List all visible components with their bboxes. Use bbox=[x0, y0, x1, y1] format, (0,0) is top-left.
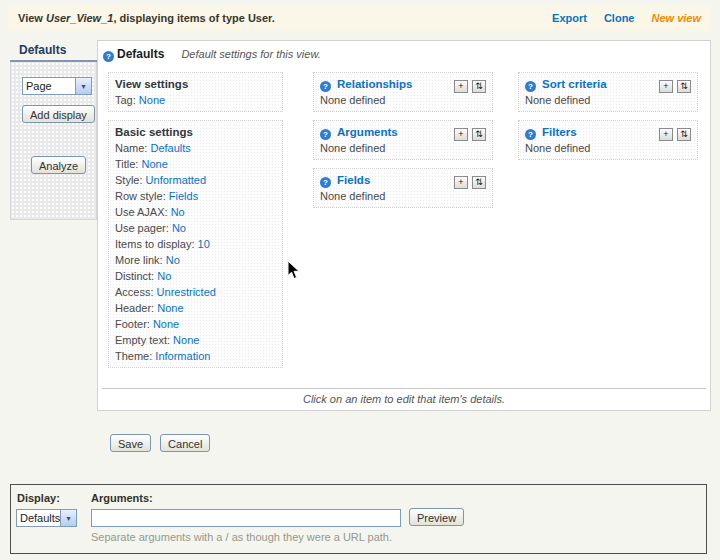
view-settings-box: View settings Tag: None bbox=[108, 72, 283, 112]
setting-label: More link: bbox=[115, 254, 166, 266]
mouse-cursor bbox=[287, 260, 300, 280]
setting-value-link[interactable]: None bbox=[139, 94, 165, 106]
box-actions: + ⇅ bbox=[658, 77, 691, 93]
page-title: View User_View_1, displaying items of ty… bbox=[18, 12, 275, 24]
rearrange-icon[interactable]: ⇅ bbox=[472, 80, 486, 93]
setting-value-link[interactable]: No bbox=[157, 270, 171, 282]
setting-row: Use AJAX: No bbox=[115, 204, 276, 220]
setting-label: Use AJAX: bbox=[115, 206, 171, 218]
relationships-title-link[interactable]: Relationships bbox=[337, 78, 412, 90]
preview-display-select[interactable]: Defaults ▾ bbox=[16, 509, 77, 527]
setting-row: Name: Defaults bbox=[115, 140, 276, 156]
display-sidebar: Defaults Page ▾ Add display Analyze bbox=[10, 40, 97, 220]
column-2: + ⇅ ? Relationships None defined + ⇅ ? A… bbox=[313, 72, 493, 216]
setting-label: Items to display: bbox=[115, 238, 198, 250]
filters-title-link[interactable]: Filters bbox=[542, 126, 577, 138]
export-link[interactable]: Export bbox=[552, 12, 587, 24]
box-actions: + ⇅ bbox=[453, 125, 486, 141]
tab-defaults[interactable]: Defaults bbox=[10, 40, 97, 62]
add-icon[interactable]: + bbox=[454, 176, 468, 189]
setting-value-link[interactable]: Fields bbox=[169, 190, 198, 202]
arguments-title-link[interactable]: Arguments bbox=[337, 126, 398, 138]
setting-value-link[interactable]: 10 bbox=[198, 238, 210, 250]
rearrange-icon[interactable]: ⇅ bbox=[677, 80, 691, 93]
basic-settings-box: Basic settings Name: DefaultsTitle: None… bbox=[108, 120, 283, 368]
setting-value-link[interactable]: No bbox=[166, 254, 180, 266]
defaults-subtitle: Default settings for this view. bbox=[181, 48, 320, 60]
sort-criteria-title-link[interactable]: Sort criteria bbox=[542, 78, 607, 90]
help-icon[interactable]: ? bbox=[320, 129, 331, 140]
add-icon[interactable]: + bbox=[454, 80, 468, 93]
setting-row: Access: Unrestricted bbox=[115, 284, 276, 300]
setting-value-link[interactable]: None bbox=[157, 302, 183, 314]
setting-label: Header: bbox=[115, 302, 157, 314]
box-actions: + ⇅ bbox=[658, 125, 691, 141]
setting-row: Items to display: 10 bbox=[115, 236, 276, 252]
help-icon[interactable]: ? bbox=[320, 177, 331, 188]
add-display-button[interactable]: Add display bbox=[22, 105, 95, 123]
arguments-box: + ⇅ ? Arguments None defined bbox=[313, 120, 493, 160]
setting-label: Use pager: bbox=[115, 222, 172, 234]
preview-display-value: Defaults bbox=[17, 512, 60, 524]
setting-label: Tag: bbox=[115, 94, 136, 106]
clone-link[interactable]: Clone bbox=[604, 12, 635, 24]
setting-value-link[interactable]: Unformatted bbox=[146, 174, 207, 186]
save-button[interactable]: Save bbox=[110, 434, 151, 452]
page-title-suffix: , displaying items of type User. bbox=[113, 12, 274, 24]
setting-value-link[interactable]: None bbox=[153, 318, 179, 330]
display-type-select[interactable]: Page ▾ bbox=[22, 77, 92, 95]
help-icon[interactable]: ? bbox=[525, 129, 536, 140]
setting-value-link[interactable]: Unrestricted bbox=[157, 286, 216, 298]
empty-text: None defined bbox=[525, 92, 691, 108]
empty-text: None defined bbox=[525, 140, 691, 156]
setting-row: Theme: Information bbox=[115, 348, 276, 364]
setting-value-link[interactable]: Information bbox=[155, 350, 210, 362]
display-label: Display: bbox=[17, 492, 60, 504]
fields-box: + ⇅ ? Fields None defined bbox=[313, 168, 493, 208]
arguments-help-text: Separate arguments with a / as though th… bbox=[91, 531, 392, 543]
setting-row: Title: None bbox=[115, 156, 276, 172]
help-icon[interactable]: ? bbox=[525, 81, 536, 92]
empty-text: None defined bbox=[320, 92, 486, 108]
setting-value-link[interactable]: No bbox=[171, 206, 185, 218]
fields-title-link[interactable]: Fields bbox=[337, 174, 370, 186]
setting-value-link[interactable]: None bbox=[142, 158, 168, 170]
add-icon[interactable]: + bbox=[659, 128, 673, 141]
setting-row: Footer: None bbox=[115, 316, 276, 332]
setting-label: Name: bbox=[115, 142, 150, 154]
setting-value-link[interactable]: Defaults bbox=[150, 142, 190, 154]
rearrange-icon[interactable]: ⇅ bbox=[472, 128, 486, 141]
setting-row: Empty text: None bbox=[115, 332, 276, 348]
empty-text: None defined bbox=[320, 188, 486, 204]
page-title-prefix: View bbox=[18, 12, 46, 24]
empty-text: None defined bbox=[320, 140, 486, 156]
setting-row: Style: Unformatted bbox=[115, 172, 276, 188]
view-settings-title: View settings bbox=[115, 76, 276, 92]
setting-label: Title: bbox=[115, 158, 142, 170]
edit-hint-note: Click on an item to edit that item's det… bbox=[102, 388, 706, 410]
form-actions: Save Cancel bbox=[110, 434, 210, 452]
add-icon[interactable]: + bbox=[659, 80, 673, 93]
cancel-button[interactable]: Cancel bbox=[160, 434, 210, 452]
setting-row: Header: None bbox=[115, 300, 276, 316]
box-header: + ⇅ ? Relationships bbox=[320, 76, 486, 92]
help-icon[interactable]: ? bbox=[320, 81, 331, 92]
basic-settings-list: Name: DefaultsTitle: NoneStyle: Unformat… bbox=[115, 140, 276, 364]
basic-settings-title: Basic settings bbox=[115, 124, 276, 140]
sort-criteria-box: + ⇅ ? Sort criteria None defined bbox=[518, 72, 698, 112]
rearrange-icon[interactable]: ⇅ bbox=[472, 176, 486, 189]
defaults-heading-row: ?Defaults Default settings for this view… bbox=[98, 41, 710, 66]
box-actions: + ⇅ bbox=[453, 173, 486, 189]
arguments-input[interactable] bbox=[91, 509, 401, 527]
analyze-button[interactable]: Analyze bbox=[31, 156, 86, 174]
setting-row: Row style: Fields bbox=[115, 188, 276, 204]
new-view-link[interactable]: New view bbox=[651, 12, 701, 24]
setting-label: Style: bbox=[115, 174, 146, 186]
header-links: Export Clone New view bbox=[552, 12, 701, 24]
preview-button[interactable]: Preview bbox=[409, 508, 464, 526]
help-icon[interactable]: ? bbox=[103, 51, 114, 62]
add-icon[interactable]: + bbox=[454, 128, 468, 141]
setting-value-link[interactable]: No bbox=[172, 222, 186, 234]
setting-value-link[interactable]: None bbox=[173, 334, 199, 346]
rearrange-icon[interactable]: ⇅ bbox=[677, 128, 691, 141]
